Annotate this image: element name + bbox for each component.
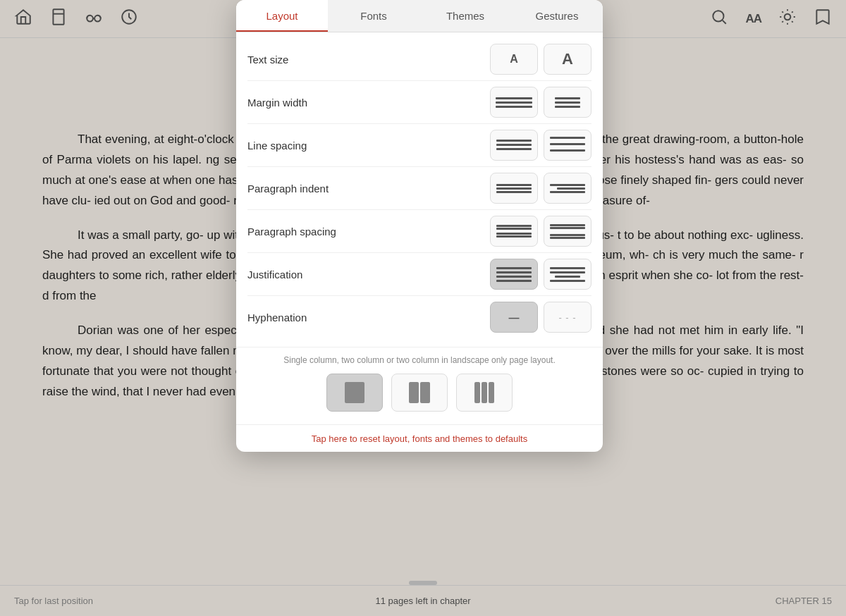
hyphenation-row: Hyphenation — - - - (247, 296, 591, 338)
two-column-landscape-button[interactable] (456, 374, 513, 412)
margin-width-controls (490, 87, 591, 118)
para-spacing-tight-button[interactable] (490, 216, 538, 247)
large-a-label: A (562, 50, 573, 68)
panel-tabs: Layout Fonts Themes Gestures (236, 0, 603, 32)
para-indent-off-button[interactable] (490, 173, 538, 204)
text-size-label: Text size (247, 54, 490, 66)
paragraph-spacing-row: Paragraph spacing (247, 210, 591, 253)
para-indent-off-icon (491, 173, 537, 203)
margin-width-row: Margin width (247, 81, 591, 124)
text-size-controls: A A (490, 44, 591, 75)
line-spacing-loose-button[interactable] (544, 130, 591, 161)
two-col-landscape-icon-2 (482, 382, 487, 403)
justification-row: Justification (247, 253, 591, 296)
margin-wide-button[interactable] (544, 87, 591, 118)
reset-link[interactable]: Tap here to reset layout, fonts and them… (312, 433, 527, 444)
two-column-button[interactable] (391, 374, 448, 412)
hyphenation-off-icon: - - - (558, 312, 576, 323)
justification-full-icon (491, 259, 537, 289)
paragraph-indent-row: Paragraph indent (247, 167, 591, 210)
column-hint: Single column, two column or two column … (247, 355, 591, 366)
column-section: Single column, two column or two column … (236, 347, 603, 424)
hyphenation-on-icon: — (509, 312, 520, 324)
two-col-icon-2 (420, 382, 430, 403)
paragraph-indent-controls (490, 173, 591, 204)
paragraph-spacing-controls (490, 216, 591, 247)
text-size-row: Text size A A (247, 38, 591, 81)
hyphenation-on-button[interactable]: — (490, 302, 538, 333)
column-options (247, 374, 591, 412)
justification-left-icon (544, 259, 591, 289)
tab-gestures[interactable]: Gestures (511, 0, 603, 32)
text-size-small-button[interactable]: A (490, 44, 538, 75)
justification-left-button[interactable] (544, 259, 591, 290)
margin-narrow-button[interactable] (490, 87, 538, 118)
tab-themes[interactable]: Themes (419, 0, 511, 32)
justification-label: Justification (247, 269, 490, 281)
settings-body: Text size A A Margin width (236, 32, 603, 347)
text-size-large-button[interactable]: A (544, 44, 591, 75)
two-col-icon-1 (409, 382, 419, 403)
line-spacing-label: Line spacing (247, 140, 490, 152)
justification-controls (490, 259, 591, 290)
justification-full-button[interactable] (490, 259, 538, 290)
single-column-button[interactable] (326, 374, 383, 412)
tab-fonts[interactable]: Fonts (328, 0, 419, 32)
line-spacing-row: Line spacing (247, 124, 591, 167)
line-spacing-tight-button[interactable] (490, 130, 538, 161)
line-spacing-tight-icon (491, 130, 537, 160)
margin-wide-icon (544, 87, 591, 117)
single-col-icon (345, 382, 364, 403)
reset-section: Tap here to reset layout, fonts and them… (236, 424, 603, 452)
margin-narrow-icon (491, 87, 537, 117)
para-spacing-loose-icon (544, 216, 591, 246)
tab-layout[interactable]: Layout (236, 0, 328, 32)
paragraph-indent-label: Paragraph indent (247, 183, 490, 195)
settings-panel: Layout Fonts Themes Gestures Text size A… (236, 0, 603, 452)
small-a-label: A (510, 53, 518, 66)
para-indent-on-icon (544, 173, 591, 203)
two-col-landscape-icon-3 (489, 382, 494, 403)
two-col-landscape-icon-1 (474, 382, 480, 403)
line-spacing-controls (490, 130, 591, 161)
hyphenation-off-button[interactable]: - - - (544, 302, 591, 333)
line-spacing-loose-icon (544, 130, 591, 160)
hyphenation-controls: — - - - (490, 302, 591, 333)
para-indent-on-button[interactable] (544, 173, 591, 204)
para-spacing-tight-icon (491, 216, 537, 246)
para-spacing-loose-button[interactable] (544, 216, 591, 247)
hyphenation-label: Hyphenation (247, 312, 490, 324)
margin-width-label: Margin width (247, 97, 490, 109)
paragraph-spacing-label: Paragraph spacing (247, 226, 490, 238)
